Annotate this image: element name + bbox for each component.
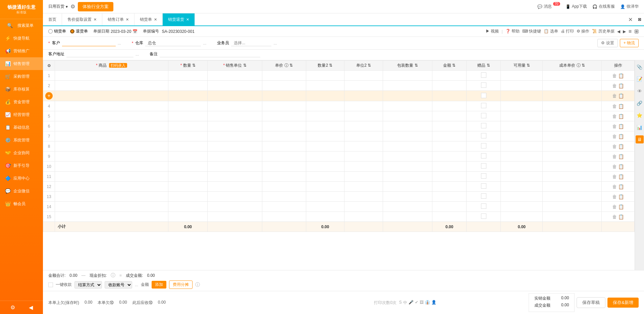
right-panel-icon-4[interactable]: 🔗 [636, 99, 644, 107]
product-cell[interactable] [55, 111, 168, 121]
copy-icon[interactable]: 📋 [618, 124, 625, 129]
product-cell[interactable] [55, 212, 168, 222]
qty2-cell[interactable] [306, 111, 344, 121]
available-cell[interactable] [501, 141, 543, 151]
copy-icon[interactable]: 📋 [618, 184, 625, 189]
quantity-cell[interactable] [168, 91, 208, 101]
price-cell[interactable] [262, 172, 306, 182]
gift-checkbox[interactable] [481, 213, 486, 219]
quantity-cell[interactable] [168, 141, 208, 151]
radio-sale-option[interactable]: 销货单 [48, 28, 66, 34]
nav-next-icon[interactable]: ▶ [623, 29, 626, 34]
sidebar-item-basic[interactable]: 📋 基础信息 [0, 121, 43, 134]
sidebar-collapse-icon[interactable]: ◀ [29, 304, 33, 311]
sidebar-item-wechat[interactable]: 💬 企业微信 [0, 185, 43, 197]
salesperson-input[interactable] [231, 40, 271, 46]
unit-cell[interactable] [208, 141, 262, 151]
delete-icon[interactable]: 🗑 [611, 214, 618, 219]
toolbar-print[interactable]: 🖨 打印 [561, 28, 574, 34]
save-draft-btn[interactable]: 保存草稿 [577, 297, 605, 308]
pack-qty-cell[interactable] [383, 131, 432, 141]
amount-cell[interactable] [432, 101, 467, 111]
pack-qty-cell[interactable] [383, 111, 432, 121]
pack-qty-cell[interactable] [383, 172, 432, 182]
available-cell[interactable] [501, 162, 543, 172]
quantity-cell[interactable] [168, 202, 208, 212]
amount-cell[interactable] [432, 212, 467, 222]
gift-cell[interactable] [467, 101, 501, 111]
gift-checkbox[interactable] [481, 163, 486, 169]
quantity-cell[interactable] [168, 182, 208, 192]
delete-icon[interactable]: 🗑 [611, 114, 618, 119]
warehouse-input[interactable] [145, 40, 201, 46]
topbar-gear-icon[interactable]: ⚙ [70, 3, 75, 10]
message-btn[interactable]: 💬 消息 70 [537, 4, 560, 9]
product-cell[interactable] [55, 91, 168, 101]
sidebar-item-operations[interactable]: 📈 经营管理 [0, 108, 43, 121]
price-cell[interactable] [262, 141, 306, 151]
qty2-cell[interactable] [306, 131, 344, 141]
tab-price-extract[interactable]: 售价提取设置 ✕ [62, 13, 102, 25]
price-cell[interactable] [262, 192, 306, 202]
price-cell[interactable] [262, 212, 306, 222]
tab-maximize[interactable]: ⊠ [635, 13, 644, 25]
product-input[interactable] [57, 124, 166, 129]
unit-cell[interactable] [208, 202, 262, 212]
unit-cell[interactable] [208, 111, 262, 121]
gift-checkbox[interactable] [481, 193, 486, 199]
price-cell[interactable] [262, 81, 306, 91]
cost-price-cell[interactable] [543, 182, 602, 192]
delete-icon[interactable]: 🗑 [611, 164, 618, 169]
price-cell[interactable] [262, 91, 306, 101]
unit2-cell[interactable] [344, 121, 383, 131]
gift-checkbox[interactable] [481, 173, 486, 179]
price-cell[interactable] [262, 101, 306, 111]
delete-icon[interactable]: 🗑 [611, 73, 618, 78]
product-input[interactable] [57, 204, 166, 209]
unit2-cell[interactable] [344, 162, 383, 172]
qty2-cell[interactable] [306, 212, 344, 222]
unit-cell[interactable] [208, 91, 262, 101]
add-row-btn[interactable]: + [45, 92, 53, 100]
product-cell[interactable] [55, 131, 168, 141]
gift-checkbox[interactable] [481, 133, 486, 138]
available-cell[interactable] [501, 101, 543, 111]
available-cell[interactable] [501, 131, 543, 141]
gift-cell[interactable] [467, 182, 501, 192]
view-grid-icon[interactable]: ⊞ [634, 28, 639, 35]
copy-icon[interactable]: 📋 [618, 83, 625, 88]
gift-cell[interactable] [467, 202, 501, 212]
unit-cell[interactable] [208, 151, 262, 162]
available-cell[interactable] [501, 202, 543, 212]
product-input[interactable] [57, 93, 166, 98]
product-input[interactable] [57, 174, 166, 179]
product-cell[interactable] [55, 162, 168, 172]
onepay-checkbox[interactable] [48, 282, 53, 287]
quantity-cell[interactable] [168, 101, 208, 111]
amount-cell[interactable] [432, 162, 467, 172]
cost-price-cell[interactable] [543, 212, 602, 222]
available-cell[interactable] [501, 121, 543, 131]
product-input[interactable] [57, 104, 166, 109]
unit2-cell[interactable] [344, 71, 383, 81]
save-new-btn[interactable]: 保存&新增 [607, 298, 639, 308]
tab-sales-order-close[interactable]: ✕ [126, 17, 129, 22]
scan-input-btn[interactable]: 扫码录入 [109, 63, 127, 68]
salesperson-dots[interactable]: ... [273, 41, 277, 46]
sidebar-item-sales[interactable]: 📊 销售管理 [0, 57, 43, 70]
sidebar-item-member[interactable]: 👑 畅会员 [0, 197, 43, 210]
sidebar-item-marketing[interactable]: 📢 营销推广 [0, 45, 43, 57]
tab-sales-return[interactable]: 销货退货 ✕ [163, 13, 195, 25]
product-cell[interactable] [55, 202, 168, 212]
amount-cell[interactable] [432, 151, 467, 162]
customer-input[interactable] [62, 40, 116, 46]
tab-close-all[interactable]: ✕ [626, 13, 635, 25]
cost-price-cell[interactable] [543, 101, 602, 111]
amount-cell[interactable] [432, 172, 467, 182]
unit-cell[interactable] [208, 162, 262, 172]
amount-cell[interactable] [432, 81, 467, 91]
cost-price-cell[interactable] [543, 172, 602, 182]
available-cell[interactable] [501, 182, 543, 192]
quantity-cell[interactable] [168, 212, 208, 222]
available-cell[interactable] [501, 111, 543, 121]
